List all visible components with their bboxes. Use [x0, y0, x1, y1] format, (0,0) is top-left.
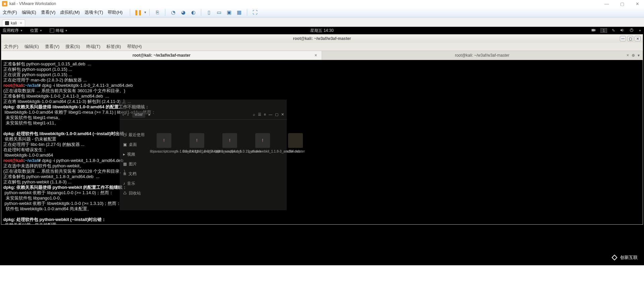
- kali-applications-menu[interactable]: 应用程序▼: [3, 28, 23, 34]
- fm-file-item[interactable]: python-support_1.0.15_all.deb: [216, 133, 244, 154]
- fm-forward-icon[interactable]: ›: [127, 112, 128, 117]
- fm-file-label: python-webkit_1.1.8-3_amd64.deb: [249, 149, 277, 154]
- fm-file-item[interactable]: libjavascriptcoregtk-1.0-0_2.4.11-3_amd6…: [150, 133, 178, 154]
- fm-file-label: python-support_1.0.15_all.deb: [216, 149, 244, 154]
- kali-clock[interactable]: 星期五 14:30: [310, 28, 333, 34]
- fullscreen-icon[interactable]: ⛶: [251, 9, 259, 16]
- term-menu-tabs[interactable]: 标签(B): [106, 44, 121, 50]
- vmware-titlebar: ▣ kali - VMware Workstation — ▢ ✕: [0, 0, 644, 7]
- page-footer-strip: [0, 265, 644, 282]
- fm-back-icon[interactable]: ‹: [122, 112, 124, 117]
- fm-maximize-icon[interactable]: ▢: [275, 112, 278, 117]
- terminal-tab-1[interactable]: root@kali: ~/w3af/w3af-master ×: [1, 51, 322, 60]
- terminal-window: root@kali: ~/w3af/w3af-master — ▢ ✕ 文件(F…: [1, 34, 643, 225]
- fm-sidebar-item[interactable]: ♪音乐: [123, 181, 145, 186]
- view-multi-icon[interactable]: ▭: [215, 9, 223, 16]
- menu-help[interactable]: 帮助(H): [108, 9, 122, 15]
- fm-sidebar-icon: ♪: [123, 181, 125, 186]
- power-dropdown[interactable]: ▼: [144, 11, 147, 14]
- terminal-tabs: root@kali: ~/w3af/w3af-master × root@kal…: [1, 51, 643, 60]
- send-ctrlaltdel-icon[interactable]: ⎘: [154, 9, 161, 16]
- fm-sidebar-item[interactable]: ▣桌面: [123, 142, 145, 147]
- term-menu-terminal[interactable]: 终端(T): [86, 44, 101, 50]
- fm-search-icon[interactable]: ⌕: [253, 112, 255, 117]
- package-icon: [255, 133, 270, 148]
- maximize-button[interactable]: ▢: [618, 1, 627, 6]
- vmware-tabbar: kali ×: [0, 17, 644, 27]
- snapshot-manager-icon[interactable]: ◐: [190, 9, 197, 16]
- terminal-body[interactable]: 正准备解包 python-support_1.0.15_all.deb ... …: [1, 60, 643, 224]
- menu-view[interactable]: 查看(V): [41, 9, 55, 15]
- minimize-button[interactable]: —: [602, 1, 611, 6]
- volume-icon[interactable]: [620, 28, 625, 34]
- terminal-tab-2[interactable]: root@kali: ~/w3af/w3af-master × ⊕ ▾: [322, 51, 643, 60]
- terminal-tab-menu-icon[interactable]: ▾: [638, 53, 640, 58]
- fm-sidebar-item[interactable]: ◷最近使用: [123, 132, 145, 137]
- terminal-new-tab-icon[interactable]: ⊕: [632, 53, 635, 58]
- term-menu-file[interactable]: 文件(F): [4, 44, 18, 50]
- fm-files-area[interactable]: libjavascriptcoregtk-1.0-0_2.4.11-3_amd6…: [148, 130, 312, 224]
- terminal-icon: [50, 28, 54, 33]
- term-menu-edit[interactable]: 编辑(E): [24, 44, 39, 50]
- terminal-tab-close-icon[interactable]: ×: [627, 53, 629, 58]
- recording-icon[interactable]: [591, 28, 596, 34]
- fm-file-item[interactable]: w3af-master: [281, 133, 310, 154]
- close-button[interactable]: ✕: [633, 1, 642, 6]
- vmware-menubar: 文件(F) 编辑(E) 查看(V) 虚拟机(M) 选项卡(T) 帮助(H) ❚❚…: [0, 7, 644, 17]
- system-menu-caret[interactable]: ▼: [639, 29, 641, 32]
- fm-sidebar: ◷最近使用▣桌面▸视频▦图片≣文档♪音乐♺回收站: [120, 130, 148, 224]
- fm-file-item[interactable]: python-webkit_1.1.8-3_amd64.deb: [249, 133, 277, 154]
- svg-rect-0: [50, 29, 54, 33]
- terminal-title: root@kali: ~/w3af/w3af-master: [293, 36, 351, 41]
- file-manager-window-behind: ‹ › w3af ▸ ⌕ ☰ ≡ — ▢ ✕ ◷最近使用▣桌面▸视频▦图片≣文档…: [120, 100, 287, 210]
- kali-topbar: 应用程序▼ 位置▼ 终端▼ 星期五 14:30 1 ✎ ▼: [0, 27, 644, 34]
- terminal-titlebar[interactable]: root@kali: ~/w3af/w3af-master — ▢ ✕: [1, 35, 643, 43]
- power-icon[interactable]: [629, 28, 634, 34]
- fm-file-item[interactable]: libwebkitgtk-1.0-0_2.4.11-3_amd64.deb: [183, 133, 211, 154]
- kali-places-menu[interactable]: 位置▼: [30, 28, 42, 34]
- terminal-close-button[interactable]: ✕: [635, 36, 641, 41]
- fm-sidebar-icon: ♺: [123, 191, 127, 196]
- watermark-icon: [611, 254, 618, 261]
- view-unity-icon[interactable]: ▣: [225, 9, 233, 16]
- fm-close-icon[interactable]: ✕: [281, 112, 284, 117]
- watermark-logo: 创新互联: [607, 252, 641, 263]
- fm-menu-icon[interactable]: ≡: [264, 112, 266, 117]
- fm-sidebar-icon: ≣: [123, 171, 126, 176]
- terminal-minimize-button[interactable]: —: [620, 36, 626, 41]
- fm-sidebar-item[interactable]: ≣文档: [123, 171, 145, 176]
- fm-sidebar-icon: ▸: [123, 152, 125, 157]
- view-single-icon[interactable]: ▯: [205, 9, 213, 16]
- vm-tab-close-icon[interactable]: ×: [20, 21, 22, 25]
- term-menu-help[interactable]: 帮助(H): [127, 44, 142, 50]
- fm-list-view-icon[interactable]: ☰: [258, 112, 261, 117]
- package-icon: [157, 133, 171, 148]
- term-menu-view[interactable]: 查看(V): [45, 44, 59, 50]
- folder-icon: [288, 133, 303, 148]
- accessibility-icon[interactable]: ✎: [612, 28, 615, 33]
- snapshot-revert-icon[interactable]: ◕: [179, 9, 187, 16]
- menu-tabs[interactable]: 选项卡(T): [85, 9, 103, 15]
- menu-file[interactable]: 文件(F): [3, 9, 17, 15]
- vm-tab-kali[interactable]: kali ×: [2, 19, 25, 26]
- kali-terminal-launcher[interactable]: 终端▼: [50, 28, 68, 34]
- fm-sidebar-item[interactable]: ♺回收站: [123, 191, 145, 196]
- kali-guest-screen: 应用程序▼ 位置▼ 终端▼ 星期五 14:30 1 ✎ ▼ INUX TM re…: [0, 27, 644, 265]
- fm-sidebar-item[interactable]: ▦图片: [123, 162, 145, 167]
- fm-file-label: w3af-master: [281, 149, 310, 154]
- fm-path-pill[interactable]: w3af: [132, 111, 145, 118]
- terminal-tab-close-icon[interactable]: ×: [315, 53, 317, 58]
- view-console-icon[interactable]: ▦: [235, 9, 243, 16]
- fm-minimize-icon[interactable]: —: [269, 112, 272, 117]
- terminal-maximize-button[interactable]: ▢: [627, 36, 633, 41]
- snapshot-take-icon[interactable]: ◔: [169, 9, 177, 16]
- term-menu-search[interactable]: 搜索(S): [65, 44, 80, 50]
- workspace-indicator[interactable]: 1: [600, 28, 607, 33]
- pause-vm-button[interactable]: ❚❚: [134, 9, 142, 16]
- fm-sidebar-item[interactable]: ▸视频: [123, 152, 145, 157]
- vmware-icon: ▣: [2, 1, 7, 6]
- window-title: kali - VMware Workstation: [9, 1, 56, 6]
- menu-vm[interactable]: 虚拟机(M): [60, 9, 80, 15]
- fm-path-caret-icon[interactable]: ▸: [149, 112, 151, 117]
- menu-edit[interactable]: 编辑(E): [22, 9, 36, 15]
